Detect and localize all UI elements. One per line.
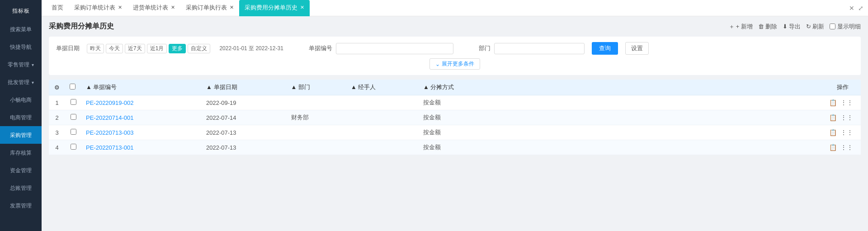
date-btn-yesterday[interactable]: 昨天 [87, 44, 104, 53]
add-button[interactable]: ＋ + 新增 [729, 23, 753, 31]
row-split-method: 按金额 [419, 95, 825, 110]
tab-close-goods-stats[interactable]: ✕ [171, 5, 175, 10]
doc-no-input[interactable] [336, 43, 453, 54]
sidebar: 指标板 搜索菜单 快捷导航 零售管理 ▾ 批发管理 ▾ 小畅电商 电商管理 采购… [0, 0, 42, 231]
date-btn-more[interactable]: 更多 [169, 44, 186, 53]
row-checkbox[interactable] [65, 125, 81, 140]
doc-no-link[interactable]: PE-20220714-001 [86, 114, 134, 121]
th-dept[interactable]: ▲ 部门 [287, 80, 346, 95]
table-header: ⚙ ▲ 单据编号 ▲ 单据日期 ▲ 部门 ▲ 经手人 [49, 80, 861, 95]
date-range-display: 2022-01-01 至 2022-12-31 [219, 45, 283, 52]
refresh-button[interactable]: ↻ 刷新 [806, 23, 824, 31]
row-edit-icon[interactable]: 📋 [829, 129, 837, 136]
date-btn-custom[interactable]: 自定义 [188, 44, 210, 53]
sidebar-item-retail[interactable]: 零售管理 ▾ [0, 56, 42, 73]
sidebar-item-ecommerce[interactable]: 电商管理 [0, 108, 42, 126]
th-split-method[interactable]: ▲ 分摊方式 [419, 80, 825, 95]
row-doc-no: PE-20220713-003 [81, 125, 202, 140]
show-cols-toggle[interactable]: 显示明细 [830, 23, 861, 31]
export-button[interactable]: ⬇ 导出 [783, 23, 801, 31]
row-index: 1 [49, 95, 65, 110]
add-icon: ＋ [729, 23, 735, 31]
sidebar-item-ledger[interactable]: 总账管理 [0, 179, 42, 197]
delete-button[interactable]: 🗑 删除 [758, 23, 777, 31]
date-btn-today[interactable]: 今天 [106, 44, 123, 53]
row-checkbox[interactable] [65, 140, 81, 155]
th-handler[interactable]: ▲ 经手人 [346, 80, 419, 95]
row-split-method: 按金额 [419, 110, 825, 125]
select-all-checkbox[interactable] [70, 84, 75, 90]
row-handler [346, 140, 419, 155]
th-action: 操作 [825, 80, 861, 95]
page-title: 采购费用分摊单历史 [49, 22, 114, 31]
tab-close-purchase-cost-history[interactable]: ✕ [300, 5, 304, 10]
row-dept [287, 125, 346, 140]
row-edit-icon[interactable]: 📋 [829, 99, 837, 106]
row-doc-date: 2022-07-13 [202, 125, 287, 140]
row-index: 2 [49, 110, 65, 125]
row-doc-no: PE-20220919-002 [81, 95, 202, 110]
sidebar-item-search[interactable]: 搜索菜单 [0, 20, 42, 38]
th-doc-date[interactable]: ▲ 单据日期 [202, 80, 287, 95]
row-more-icon[interactable]: ⋮⋮ [840, 114, 853, 121]
th-settings[interactable]: ⚙ [49, 80, 65, 95]
settings-button[interactable]: 设置 [625, 42, 649, 55]
expand-icon: ⌄ [435, 61, 440, 67]
tab-goods-stats[interactable]: 进货单统计表 ✕ [127, 0, 180, 16]
row-more-icon[interactable]: ⋮⋮ [840, 144, 853, 151]
date-btn-1month[interactable]: 近1月 [147, 44, 167, 53]
show-cols-checkbox[interactable] [830, 24, 835, 29]
sidebar-item-inventory[interactable]: 库存核算 [0, 144, 42, 161]
toolbar: ＋ + 新增 🗑 删除 ⬇ 导出 ↻ 刷新 显示明细 [729, 23, 861, 31]
table-body: 1 PE-20220919-002 2022-09-19 按金额 📋 ⋮⋮ [49, 95, 861, 155]
query-button[interactable]: 查询 [592, 42, 618, 55]
sidebar-item-mobile[interactable]: 小畅电商 [0, 91, 42, 108]
sidebar-item-quicknav[interactable]: 快捷导航 [0, 38, 42, 56]
filter-row-2: ⌄ 展开更多条件 [56, 58, 854, 70]
doc-no-link[interactable]: PE-20220713-001 [86, 144, 134, 151]
tab-purchase-order-exec[interactable]: 采购订单执行表 ✕ [180, 0, 239, 16]
doc-no-link[interactable]: PE-20220713-003 [86, 129, 134, 136]
doc-no-link[interactable]: PE-20220919-002 [86, 99, 134, 106]
row-doc-date: 2022-07-14 [202, 110, 287, 125]
expand-conditions-button[interactable]: ⌄ 展开更多条件 [429, 58, 480, 70]
filter-row-1: 单据日期 昨天 今天 近7天 近1月 更多 自定义 2022-01-01 至 2… [56, 42, 854, 55]
row-actions: 📋 ⋮⋮ [825, 110, 861, 125]
tab-close-purchase-order-stats[interactable]: ✕ [118, 5, 122, 10]
tab-home[interactable]: 首页 [46, 0, 69, 16]
page-header: 采购费用分摊单历史 ＋ + 新增 🗑 删除 ⬇ 导出 ↻ 刷新 [49, 22, 861, 31]
th-doc-no[interactable]: ▲ 单据编号 [81, 80, 202, 95]
table-row: 4 PE-20220713-001 2022-07-13 按金额 📋 ⋮⋮ [49, 140, 861, 155]
row-more-icon[interactable]: ⋮⋮ [840, 129, 853, 136]
row-dept [287, 95, 346, 110]
th-checkbox [65, 80, 81, 95]
row-edit-icon[interactable]: 📋 [829, 144, 837, 151]
sidebar-item-purchase[interactable]: 采购管理 [0, 126, 42, 144]
row-doc-date: 2022-09-19 [202, 95, 287, 110]
row-actions: 📋 ⋮⋮ [825, 140, 861, 155]
row-dept: 财务部 [287, 110, 346, 125]
sidebar-item-wholesale[interactable]: 批发管理 ▾ [0, 73, 42, 91]
tab-close-purchase-order-exec[interactable]: ✕ [230, 5, 234, 10]
tab-close-all-icon[interactable]: ✕ [849, 5, 854, 12]
row-index: 3 [49, 125, 65, 140]
dept-select[interactable]: 财务部 [494, 43, 585, 54]
sidebar-item-finance[interactable]: 资金管理 [0, 161, 42, 179]
data-table-container: ⚙ ▲ 单据编号 ▲ 单据日期 ▲ 部门 ▲ 经手人 [49, 80, 861, 155]
date-btn-7days[interactable]: 近7天 [125, 44, 145, 53]
row-actions: 📋 ⋮⋮ [825, 95, 861, 110]
export-icon: ⬇ [783, 23, 788, 30]
row-checkbox[interactable] [65, 110, 81, 125]
row-edit-icon[interactable]: 📋 [829, 114, 837, 121]
table-row: 1 PE-20220919-002 2022-09-19 按金额 📋 ⋮⋮ [49, 95, 861, 110]
row-handler [346, 95, 419, 110]
date-filter-label: 单据日期 [56, 44, 80, 52]
row-more-icon[interactable]: ⋮⋮ [840, 99, 853, 106]
filter-area: 单据日期 昨天 今天 近7天 近1月 更多 自定义 2022-01-01 至 2… [49, 37, 861, 75]
delete-icon: 🗑 [758, 23, 764, 30]
tab-purchase-order-stats[interactable]: 采购订单统计表 ✕ [69, 0, 127, 16]
tab-fullscreen-icon[interactable]: ⤢ [858, 5, 863, 12]
tab-purchase-cost-history[interactable]: 采购费用分摊单历史 ✕ [239, 0, 310, 16]
sidebar-item-invoice[interactable]: 发票管理 [0, 197, 42, 214]
row-checkbox[interactable] [65, 95, 81, 110]
